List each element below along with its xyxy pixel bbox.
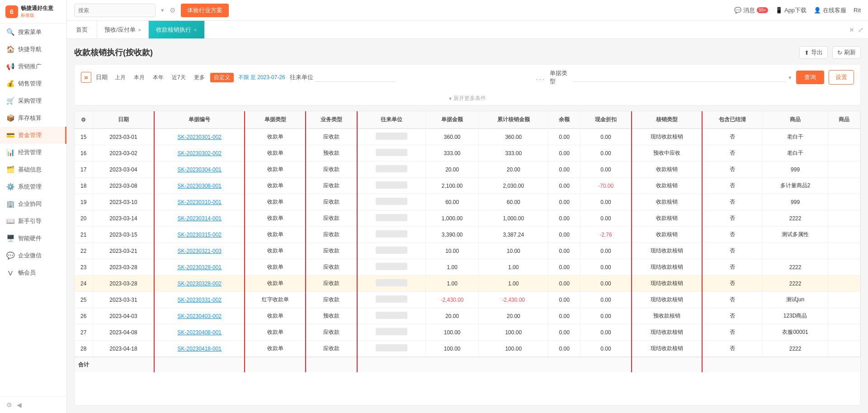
collapse-icon[interactable]: ◀ <box>17 401 22 408</box>
cell-verify-type-13: 现结收款核销 <box>632 341 702 357</box>
bill-no-link-1[interactable]: SK-20230302-002 <box>178 150 222 157</box>
bill-no-link-5[interactable]: SK-20230314-001 <box>178 215 222 222</box>
bill-no-link-12[interactable]: SK-20230408-001 <box>178 329 222 336</box>
col-header-checkbox[interactable]: ⚙ <box>75 111 93 128</box>
user-menu[interactable]: Rit <box>854 7 861 14</box>
blurred-unit-3 <box>376 181 407 189</box>
tabbar-close-all-icon[interactable]: ✕ <box>849 26 854 33</box>
sidebar-item-marketing[interactable]: 📢营销推广 <box>0 58 66 75</box>
cell-bill-no-8[interactable]: SK-20230328-001 <box>154 259 245 275</box>
expand-more-button[interactable]: ▾ 展开更多条件 <box>77 93 858 102</box>
cell-bill-no-7[interactable]: SK-20230321-003 <box>154 243 245 259</box>
footer-amount <box>426 357 479 372</box>
bill-no-link-11[interactable]: SK-20230403-002 <box>178 313 222 319</box>
sidebar-item-system[interactable]: ⚙️系统管理 <box>0 178 66 195</box>
sidebar-item-inventory[interactable]: 📦库存核算 <box>0 109 66 127</box>
col-header-bill-no: 单据编号 <box>154 111 245 128</box>
sidebar-item-member[interactable]: V畅会员 <box>0 264 66 281</box>
bill-no-link-4[interactable]: SK-20230310-001 <box>178 199 222 205</box>
bill-no-link-13[interactable]: SK-20230418-001 <box>178 346 222 352</box>
cell-bill-no-4[interactable]: SK-20230310-001 <box>154 194 245 210</box>
sidebar-item-guide[interactable]: 📖新手引导 <box>0 213 66 230</box>
cell-bill-no-1[interactable]: SK-20230302-002 <box>154 145 245 161</box>
app-download-button[interactable]: 📱 App下载 <box>775 6 807 14</box>
logo-icon: 6 <box>5 5 18 18</box>
tab-prepay[interactable]: 预收/应付单 × <box>97 21 149 38</box>
cell-bill-no-0[interactable]: SK-20230301-002 <box>154 128 245 145</box>
filter-settings-button[interactable]: 设置 <box>829 70 854 85</box>
topbar-search-box[interactable] <box>74 4 156 17</box>
bill-no-link-2[interactable]: SK-20230304-001 <box>178 166 222 173</box>
tab-verification[interactable]: 收款核销执行 × <box>149 21 204 38</box>
settings-col-icon[interactable]: ⚙ <box>81 117 86 123</box>
sidebar-item-quicknav[interactable]: 🏠快捷导航 <box>0 41 66 58</box>
sidebar-item-sales[interactable]: 💰销售管理 <box>0 75 66 92</box>
sidebar-item-operations[interactable]: 📊经营管理 <box>0 144 66 161</box>
date-last-month[interactable]: 上月 <box>112 73 128 82</box>
tab-verification-close[interactable]: × <box>194 27 197 33</box>
bill-no-link-9[interactable]: SK-20230328-002 <box>178 280 222 287</box>
date-last-7-days[interactable]: 近7天 <box>169 73 189 82</box>
cell-biz-type-8: 应收款 <box>306 259 357 275</box>
bill-no-link-7[interactable]: SK-20230321-003 <box>178 248 222 254</box>
service-icon: 👤 <box>814 7 821 14</box>
filter-toggle-button[interactable]: » <box>81 72 91 83</box>
bill-no-link-6[interactable]: SK-20230315-002 <box>178 232 222 238</box>
sidebar-item-purchase[interactable]: 🛒采购管理 <box>0 92 66 109</box>
cell-bill-no-10[interactable]: SK-20230331-002 <box>154 292 245 308</box>
cell-no-5: 20 <box>75 210 93 227</box>
tab-prepay-close[interactable]: × <box>138 27 141 33</box>
cell-bill-no-13[interactable]: SK-20230418-001 <box>154 341 245 357</box>
date-custom[interactable]: 自定义 <box>210 73 234 82</box>
date-range-display: 不限 至 2023-07-26 <box>238 74 285 81</box>
date-this-month[interactable]: 本月 <box>131 73 147 82</box>
bill-no-link-3[interactable]: SK-20230308-001 <box>178 183 222 189</box>
solution-button[interactable]: 体验行业方案 <box>181 4 229 17</box>
table-header-row: ⚙ 日期 单据编号 单据类型 业务类型 往来单位 单据金额 累计核销金额 余额 … <box>75 111 860 128</box>
sidebar-icon-search: 🔍 <box>6 28 14 36</box>
search-chevron-icon[interactable]: ▾ <box>161 7 164 14</box>
cell-bill-no-11[interactable]: SK-20230403-002 <box>154 308 245 324</box>
cell-bill-no-12[interactable]: SK-20230408-001 <box>154 324 245 341</box>
topbar-right: 💬 消息 99+ 📱 App下载 👤 在线客服 Rit <box>734 6 861 14</box>
query-button[interactable]: 查询 <box>796 71 824 84</box>
sidebar-item-hardware[interactable]: 🖥️智能硬件 <box>0 230 66 247</box>
col-header-unit: 往来单位 <box>357 111 425 128</box>
service-button[interactable]: 👤 在线客服 <box>814 6 846 14</box>
tabbar-expand-icon[interactable]: ⤢ <box>858 26 863 33</box>
date-this-year[interactable]: 本年 <box>150 73 166 82</box>
sidebar-item-finance[interactable]: 💳资金管理 <box>0 127 66 144</box>
topbar-gear-icon[interactable]: ⚙ <box>170 6 175 14</box>
cell-verify-type-5: 收款核销 <box>632 210 702 227</box>
sidebar-item-wechat[interactable]: 💬企业微信 <box>0 247 66 264</box>
settings-icon[interactable]: ⚙ <box>6 401 12 408</box>
cell-bill-no-6[interactable]: SK-20230315-002 <box>154 227 245 243</box>
bill-no-link-10[interactable]: SK-20230331-002 <box>178 297 222 303</box>
refresh-icon: ↻ <box>837 49 842 56</box>
bill-no-link-8[interactable]: SK-20230328-001 <box>178 264 222 271</box>
date-more[interactable]: 更多 <box>191 73 208 82</box>
search-input[interactable] <box>78 7 151 14</box>
table-row: 27 2023-04-08 SK-20230408-001 收款单 应收款 10… <box>75 324 860 341</box>
bill-no-link-0[interactable]: SK-20230301-002 <box>178 134 222 140</box>
message-button[interactable]: 💬 消息 99+ <box>734 6 768 14</box>
unit-input[interactable] <box>315 73 396 82</box>
cell-bill-no-2[interactable]: SK-20230304-001 <box>154 161 245 178</box>
cell-verify-type-3: 收款核销 <box>632 178 702 194</box>
sidebar-item-basicinfo[interactable]: 🗂️基础信息 <box>0 161 66 178</box>
cell-biz-type-0: 应收款 <box>306 128 357 145</box>
sidebar-icon-marketing: 📢 <box>6 62 14 71</box>
cell-bill-no-9[interactable]: SK-20230328-002 <box>154 275 245 292</box>
tab-home[interactable]: 首页 <box>67 21 97 38</box>
cell-goods1-5: 2222 <box>763 210 828 227</box>
export-button[interactable]: ⬆ 导出 <box>799 46 828 59</box>
cell-no-10: 25 <box>75 292 93 308</box>
cell-bill-no-3[interactable]: SK-20230308-001 <box>154 178 245 194</box>
cell-no-0: 15 <box>75 128 93 145</box>
cell-bill-no-5[interactable]: SK-20230314-001 <box>154 210 245 227</box>
type-select[interactable] <box>573 73 786 82</box>
sidebar-item-corp[interactable]: 🏢企业协同 <box>0 195 66 213</box>
refresh-button[interactable]: ↻ 刷新 <box>832 46 861 59</box>
cell-goods1-11: 123D商品 <box>763 308 828 324</box>
sidebar-item-search[interactable]: 🔍搜索菜单 <box>0 24 66 41</box>
